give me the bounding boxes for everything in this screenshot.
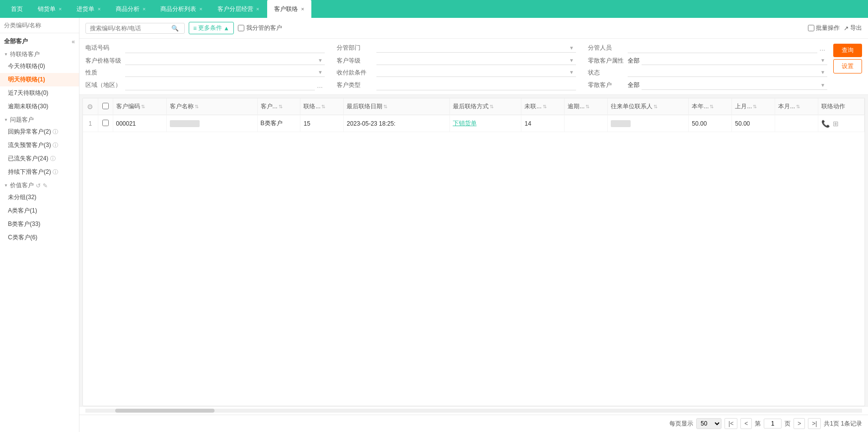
sidebar-item-tomorrow-contact[interactable]: 明天待联络(1) [0, 73, 79, 86]
filter-cell-region: 区域（地区） ... [85, 80, 325, 90]
filter-price-select[interactable]: ▼ [125, 56, 325, 65]
sort-icon[interactable]: ⇅ [543, 104, 547, 109]
customer-table: ⚙ 客户编码 ⇅ 客户名称 [83, 98, 865, 132]
last-page-button[interactable]: >| [808, 418, 821, 429]
col-this-month: 本月... ⇅ [775, 98, 818, 115]
select-all-checkbox[interactable] [102, 103, 109, 109]
sidebar-item-overdue-contact[interactable]: 逾期未联络(30) [0, 100, 79, 113]
search-icon[interactable]: 🔍 [171, 25, 179, 32]
more-conditions-button[interactable]: ≡ 更多条件 ▲ [189, 22, 234, 34]
advanced-filter-panel: 电话号码 分管部门 ▼ 分管人员 [79, 39, 868, 95]
close-icon[interactable]: × [59, 6, 62, 12]
row-checkbox-cell [98, 115, 113, 132]
close-icon[interactable]: × [256, 6, 259, 12]
query-button[interactable]: 查询 [833, 44, 862, 57]
filter-actions: 查询 设置 [833, 43, 862, 73]
sidebar-item-churn-warning[interactable]: 流失预警客户(3) ⓘ [0, 139, 79, 152]
filter-type-input[interactable] [376, 80, 576, 90]
next-page-button[interactable]: > [794, 418, 805, 429]
filter-retail-attr-label: 零散客户属性 [588, 57, 628, 65]
main-search-box: 🔍 [85, 23, 185, 34]
filter-manager-input[interactable] [628, 43, 817, 53]
sort-icon[interactable]: ⇅ [796, 104, 800, 109]
sort-icon[interactable]: ⇅ [753, 104, 757, 109]
filter-region-input[interactable] [125, 80, 315, 90]
filter-cell-status: 状态 ▼ [588, 68, 827, 77]
sort-icon[interactable]: ⇅ [653, 104, 657, 109]
sort-icon[interactable]: ⇅ [141, 104, 145, 109]
filter-region-more[interactable]: ... [315, 81, 325, 89]
sidebar-item-c-class[interactable]: C类客户(6) [0, 231, 79, 244]
horizontal-scrollbar-track[interactable] [85, 409, 862, 413]
gear-icon[interactable]: ⚙ [87, 103, 93, 111]
nav-customer-contact[interactable]: 客户联络 × [267, 0, 311, 18]
sidebar-item-b-class[interactable]: B类客户(33) [0, 217, 79, 231]
sort-icon[interactable]: ⇅ [585, 104, 589, 109]
nav-purchase-order[interactable]: 进货单 × [70, 0, 107, 18]
sort-icon[interactable]: ⇅ [710, 104, 714, 109]
col-last-contact-method: 最后联络方式 ⇅ [449, 98, 521, 115]
filter-dept-select[interactable]: ▼ [376, 44, 576, 53]
main-layout: 🔍 全部客户 « 待联络客户 今天待联络(0) 明天待联络(1) 近7天待联络(… [0, 18, 868, 432]
filter-retail-attr-select[interactable]: ▼ [642, 56, 827, 65]
filter-status-select[interactable]: ▼ [628, 68, 827, 77]
edit-icon[interactable]: ✎ [43, 182, 48, 189]
col-unit-contact: 往来单位联系人 ⇅ [608, 98, 689, 115]
sort-icon[interactable]: ⇅ [195, 104, 199, 109]
sidebar-item-abnormal-repurchase[interactable]: 回购异常客户(2) ⓘ [0, 125, 79, 139]
chevron-up-icon: ▲ [223, 25, 229, 32]
row-checkbox[interactable] [102, 120, 109, 126]
sort-icon[interactable]: ⇅ [321, 104, 325, 109]
my-customers-checkbox[interactable] [238, 25, 244, 31]
sort-icon[interactable]: ⇅ [279, 104, 283, 109]
sort-icon[interactable]: ⇅ [490, 104, 494, 109]
call-icon[interactable]: 📞 [821, 120, 830, 128]
settings-button[interactable]: 设置 [833, 59, 862, 73]
filter-manager-more[interactable]: ... [817, 44, 827, 52]
close-icon[interactable]: × [301, 6, 304, 12]
row-last-contact-method-cell: 下销货单 [449, 115, 521, 132]
close-icon[interactable]: × [199, 6, 202, 12]
filter-cell-phone: 电话号码 [85, 43, 325, 53]
sidebar-item-today-contact[interactable]: 今天待联络(0) [0, 60, 79, 73]
sidebar-all-customers[interactable]: 全部客户 « [0, 33, 79, 48]
nav-sales-order[interactable]: 销货单 × [31, 0, 69, 18]
page-size-select[interactable]: 50 100 200 [696, 418, 722, 429]
horizontal-scrollbar-thumb[interactable] [115, 409, 215, 413]
close-icon[interactable]: × [97, 6, 100, 12]
more-action-icon[interactable]: ⊞ [833, 120, 839, 128]
main-search-input[interactable] [90, 25, 169, 32]
filter-retail-customer-select[interactable]: ▼ [642, 81, 827, 90]
refresh-icon[interactable]: ↺ [36, 182, 41, 189]
sidebar-item-a-class[interactable]: A类客户(1) [0, 204, 79, 217]
batch-operate-checkbox[interactable]: 批量操作 [808, 24, 840, 32]
filter-payment-select[interactable]: ▼ [376, 68, 576, 77]
sidebar-item-declining[interactable]: 持续下滑客户(2) ⓘ [0, 165, 79, 179]
col-not-contacted: 未联... ⇅ [521, 98, 565, 115]
filter-cell-price-level: 客户价格等级 ▼ [85, 56, 325, 65]
nav-product-analysis-list[interactable]: 商品分析列表 × [153, 0, 209, 18]
sidebar-item-7days-contact[interactable]: 近7天待联络(0) [0, 86, 79, 100]
close-icon[interactable]: × [143, 6, 145, 12]
filter-level-select[interactable]: ▼ [376, 56, 576, 65]
prev-page-button[interactable]: < [740, 418, 752, 429]
filter-payment-label: 收付款条件 [337, 69, 376, 77]
page-input[interactable] [764, 419, 782, 429]
filter-cell-customer-type: 客户类型 [337, 80, 576, 90]
sort-icon[interactable]: ⇅ [383, 104, 387, 109]
sidebar-item-ungrouped[interactable]: 未分组(32) [0, 191, 79, 204]
export-button[interactable]: ↗ 导出 [844, 24, 862, 32]
my-customers-filter[interactable]: 我分管的客户 [238, 24, 282, 32]
first-page-button[interactable]: |< [724, 418, 737, 429]
contact-method-link[interactable]: 下销货单 [453, 120, 477, 127]
sidebar-item-churned[interactable]: 已流失客户(24) ⓘ [0, 152, 79, 165]
filter-gender-select[interactable]: ▼ [125, 68, 325, 77]
batch-checkbox[interactable] [808, 25, 814, 31]
filter-phone-input[interactable] [125, 43, 325, 53]
collapse-icon[interactable]: « [72, 38, 75, 45]
sidebar: 🔍 全部客户 « 待联络客户 今天待联络(0) 明天待联络(1) 近7天待联络(… [0, 18, 79, 432]
nav-customer-layering[interactable]: 客户分层经营 × [211, 0, 266, 18]
nav-home[interactable]: 首页 [4, 0, 30, 18]
sidebar-search-input[interactable] [4, 22, 78, 29]
nav-product-analysis[interactable]: 商品分析 × [109, 0, 152, 18]
